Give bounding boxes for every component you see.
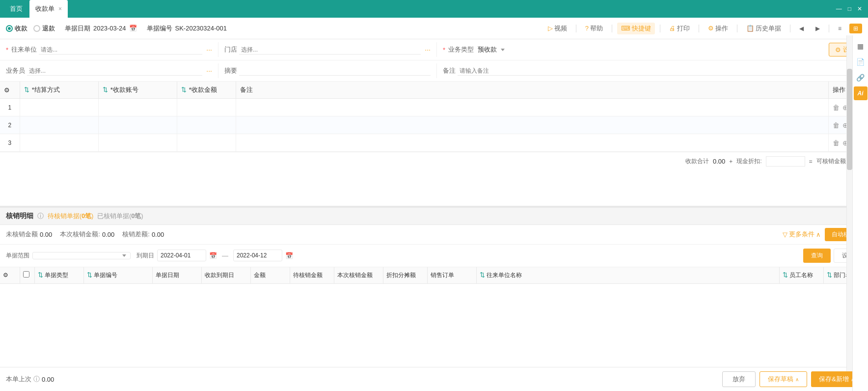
sort-account-icon[interactable]: ⇅ xyxy=(103,86,108,93)
abandon-btn[interactable]: 放弃 xyxy=(722,371,756,387)
form-row-2: 业务员 ··· 摘要 备注 xyxy=(0,60,868,82)
print-btn[interactable]: 🖨 打印 xyxy=(665,23,694,34)
divider4 xyxy=(699,25,699,32)
bottom-info-icon[interactable]: ⓘ xyxy=(33,375,40,384)
video-btn[interactable]: ▷ 视频 xyxy=(544,23,571,34)
sort-settlement-icon[interactable]: ⇅ xyxy=(24,86,29,93)
row2-account[interactable] xyxy=(98,116,177,134)
calendar-to-icon[interactable]: 📅 xyxy=(285,252,293,259)
shortcut-btn[interactable]: ⌨ 快捷键 xyxy=(617,23,655,34)
date-to-input[interactable] xyxy=(233,250,282,261)
nav-prev-btn[interactable]: ◀ xyxy=(795,24,808,33)
divider2 xyxy=(612,25,612,32)
scrollbar-track[interactable] xyxy=(846,35,852,371)
bth-settings[interactable]: ⚙ xyxy=(0,267,20,284)
remarks-input[interactable] xyxy=(458,66,862,76)
sidebar-doc-icon[interactable]: 📄 xyxy=(854,55,868,69)
row2-delete-icon[interactable]: 🗑 xyxy=(833,121,840,129)
row3-remarks[interactable] xyxy=(236,134,829,152)
row1-account[interactable] xyxy=(98,99,177,116)
bth-amount: 金额 xyxy=(250,267,290,284)
discount-input[interactable] xyxy=(766,156,805,167)
store-input[interactable] xyxy=(239,45,421,55)
sort-dept-icon[interactable]: ⇅ xyxy=(827,271,832,279)
staff-more-icon[interactable]: ··· xyxy=(206,67,212,75)
th-remarks-label: 备注 xyxy=(240,86,253,93)
staff-label: 业务员 xyxy=(6,66,25,75)
nav-home[interactable]: 首页 xyxy=(4,0,28,18)
divider7 xyxy=(829,25,829,32)
row3-amount[interactable] xyxy=(177,134,236,152)
business-type-label: 业务类型 xyxy=(448,45,474,54)
pending-tab-link[interactable]: 待核销单据(0笔) xyxy=(48,212,93,221)
row1-remarks[interactable] xyxy=(236,99,829,116)
receipt-type-group: 收款 退款 xyxy=(6,24,55,33)
select-all-checkbox[interactable] xyxy=(23,271,29,278)
info-icon[interactable]: ⓘ xyxy=(37,212,44,221)
row1-settlement[interactable] xyxy=(20,99,98,116)
th-settings[interactable]: ⚙ xyxy=(0,82,20,99)
store-more-icon[interactable]: ··· xyxy=(425,46,431,54)
row1-amount[interactable] xyxy=(177,99,236,116)
counterparty-input[interactable] xyxy=(39,45,202,55)
row2-amount[interactable] xyxy=(177,116,236,134)
radio-refund[interactable]: 退款 xyxy=(33,24,55,33)
sidebar-ai-icon[interactable]: Ai xyxy=(854,86,868,100)
row2-remarks[interactable] xyxy=(236,116,829,134)
more-conditions-label: 更多条件 xyxy=(789,230,814,239)
row3-delete-icon[interactable]: 🗑 xyxy=(833,139,840,147)
current-value: 0.00 xyxy=(102,231,114,238)
row3-settlement[interactable] xyxy=(20,134,98,152)
calendar-from-icon[interactable]: 📅 xyxy=(209,252,217,259)
scrollbar-thumb[interactable] xyxy=(847,69,852,169)
staff-input[interactable] xyxy=(27,66,202,76)
bottom-table: ⚙ ⇅ 单据类型 ⇅ 单据编号 单据日期 收款到期日 金额 待核销 xyxy=(0,267,868,284)
filter-icon: ▽ xyxy=(783,231,787,238)
single-no-label: 单据编号 xyxy=(147,24,172,33)
operation-label: 操作 xyxy=(715,24,728,33)
row1-delete-icon[interactable]: 🗑 xyxy=(833,104,840,112)
date-dash: — xyxy=(222,252,228,259)
more-conditions-btn[interactable]: ▽ 更多条件 ∧ xyxy=(783,230,821,239)
save-draft-btn[interactable]: 保存草稿 ∧ xyxy=(760,371,807,387)
sidebar-link-icon[interactable]: 🔗 xyxy=(854,71,868,84)
radio-receive[interactable]: 收款 xyxy=(6,24,27,33)
window-maximize[interactable]: □ xyxy=(846,4,853,13)
view-grid-btn[interactable]: ⊞ xyxy=(849,24,862,33)
done-tab-label: 已核销单据 xyxy=(97,212,129,220)
done-count: 0笔 xyxy=(131,212,141,220)
range-select[interactable] xyxy=(32,252,131,259)
tab-close-btn[interactable]: × xyxy=(58,5,62,12)
diff-label: 核销差额: xyxy=(122,230,150,239)
business-type-dropdown-icon[interactable] xyxy=(501,49,505,51)
row2-settlement[interactable] xyxy=(20,116,98,134)
date-from-input[interactable] xyxy=(157,250,206,261)
bth-discount: 折扣分摊额 xyxy=(383,267,427,284)
calendar-icon[interactable]: 📅 xyxy=(129,25,137,32)
th-amount: ⇅ *收款金额 xyxy=(177,82,236,99)
sort-staff-icon[interactable]: ⇅ xyxy=(783,271,788,279)
nav-next-btn[interactable]: ▶ xyxy=(812,24,824,33)
done-tab-link[interactable]: 已核销单据(0笔) xyxy=(97,212,143,221)
summary-input[interactable] xyxy=(239,66,431,76)
sort-billno-icon[interactable]: ⇅ xyxy=(87,271,92,279)
bth-bill-date: 单据日期 xyxy=(152,267,201,284)
window-close[interactable]: ✕ xyxy=(855,4,864,13)
query-button[interactable]: 查询 xyxy=(803,249,831,263)
store-field: 门店 ··· xyxy=(224,45,431,55)
window-minimize[interactable]: — xyxy=(834,4,844,13)
help-btn[interactable]: ? 帮助 xyxy=(581,23,607,34)
counterparty-more-icon[interactable]: ··· xyxy=(206,46,212,54)
sort-billtype-icon[interactable]: ⇅ xyxy=(38,271,43,279)
unverified-label: 未核销金额 xyxy=(6,230,38,239)
operation-btn[interactable]: ⚙ 操作 xyxy=(704,23,732,34)
nav-tab-receipt[interactable]: 收款单 × xyxy=(29,0,68,18)
sort-amount-icon[interactable]: ⇅ xyxy=(181,86,187,93)
row3-account[interactable] xyxy=(98,134,177,152)
print-icon: 🖨 xyxy=(669,25,676,32)
current-verif-field: 本次核销金额: 0.00 xyxy=(60,230,114,239)
sort-counterparty-icon[interactable]: ⇅ xyxy=(480,271,485,279)
history-btn[interactable]: 📋 历史单据 xyxy=(742,23,785,34)
view-list-btn[interactable]: ≡ xyxy=(834,24,845,33)
sidebar-table-icon[interactable]: ▦ xyxy=(854,39,868,53)
